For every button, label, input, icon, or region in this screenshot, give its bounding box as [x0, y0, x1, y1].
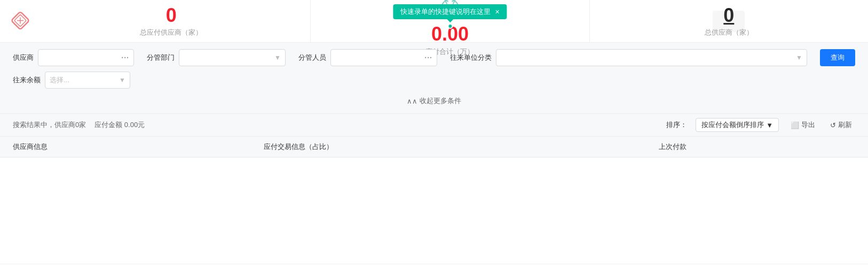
sort-option-label: 按应付会额倒序排序	[701, 120, 764, 130]
filter-item-department: 分管部门 ▼	[147, 49, 286, 66]
balance-dropdown-arrow: ▼	[119, 76, 125, 84]
svg-rect-9	[713, 11, 745, 32]
filter-row-2: 往来余额 选择... ▼	[13, 72, 855, 89]
tooltip-close-btn[interactable]: ×	[495, 8, 499, 15]
sort-dropdown-arrow: ▼	[766, 121, 773, 129]
export-icon: ⬜	[791, 121, 799, 129]
department-input-wrap[interactable]: ▼	[179, 49, 286, 66]
stat-block-payable-total: 快速录单的快捷键说明在这里 × 0.00 应付合计（万）	[311, 0, 589, 42]
table-container: 供应商信息 应付交易信息（占比） 上次付款	[0, 137, 868, 264]
collapse-up-icon: ∧∧	[407, 97, 417, 105]
tooltip-balloon: 快速录单的快捷键说明在这里 ×	[393, 4, 507, 19]
stat-block-total-vendors: 0 总供应商（家）	[590, 0, 868, 43]
export-button[interactable]: ⬜ 导出	[787, 119, 818, 131]
refresh-icon: ↺	[830, 121, 836, 129]
export-label: 导出	[801, 120, 815, 130]
sort-prefix: 排序：	[666, 120, 687, 130]
manager-input-wrap[interactable]: ···	[330, 49, 437, 66]
payable-vendors-label: 总应付供应商（家）	[140, 28, 202, 37]
filter-bar: 供应商 ··· 分管部门 ▼ 分管人员 ··· 往来单位分类 ▼	[0, 43, 868, 114]
manager-label: 分管人员	[298, 53, 326, 62]
filter-item-manager: 分管人员 ···	[298, 49, 437, 66]
table-header-row: 供应商信息 应付交易信息（占比） 上次付款	[0, 137, 868, 158]
ghost-bg-icon	[590, 0, 868, 43]
tooltip-dot	[447, 23, 453, 29]
sort-dropdown[interactable]: 按应付会额倒序排序 ▼	[696, 118, 779, 132]
tooltip-text: 快速录单的快捷键说明在这里	[400, 7, 491, 17]
supplier-input-wrap[interactable]: ···	[38, 49, 134, 66]
department-label: 分管部门	[147, 53, 175, 62]
filter-item-unit-class: 往来单位分类 ▼	[450, 49, 807, 66]
col-last-payment: 上次付款	[646, 137, 868, 158]
payable-vendors-number: 0	[166, 5, 177, 26]
department-dropdown-arrow: ▼	[274, 54, 281, 61]
unit-class-dropdown-arrow: ▼	[796, 54, 802, 61]
empty-row	[0, 158, 868, 264]
refresh-button[interactable]: ↺ 刷新	[827, 119, 855, 131]
col-supplier-info: 供应商信息	[0, 137, 251, 158]
refresh-label: 刷新	[838, 120, 852, 130]
balance-input-wrap[interactable]: 选择... ▼	[45, 72, 130, 89]
supplier-more-btn[interactable]: ···	[121, 53, 129, 62]
collapse-row: ∧∧ 收起更多条件	[13, 94, 855, 108]
supplier-label: 供应商	[13, 53, 34, 62]
collapse-label: 收起更多条件	[420, 96, 461, 106]
results-summary: 搜索结果中，供应商0家	[13, 120, 86, 130]
diamond-icon	[9, 9, 32, 34]
right-actions: 排序： 按应付会额倒序排序 ▼ ⬜ 导出 ↺ 刷新	[666, 118, 855, 132]
filter-item-balance: 往来余额 选择... ▼	[13, 72, 130, 89]
collapse-button[interactable]: ∧∧ 收起更多条件	[400, 94, 468, 108]
data-table: 供应商信息 应付交易信息（占比） 上次付款	[0, 137, 868, 264]
balance-label: 往来余额	[13, 75, 41, 85]
balance-placeholder: 选择...	[50, 75, 69, 85]
empty-cell	[0, 158, 868, 264]
manager-more-btn[interactable]: ···	[424, 53, 432, 62]
results-bar: 搜索结果中，供应商0家 应付金额 0.00元 排序： 按应付会额倒序排序 ▼ ⬜…	[0, 114, 868, 137]
results-amount: 应付金额 0.00元	[94, 120, 145, 130]
table-body	[0, 158, 868, 264]
query-button[interactable]: 查询	[820, 49, 855, 66]
filter-item-supplier: 供应商 ···	[13, 49, 134, 66]
unit-class-input-wrap[interactable]: ▼	[496, 49, 807, 66]
col-transaction-info: 应付交易信息（占比）	[251, 137, 646, 158]
stat-block-payable-vendors: 0 总应付供应商（家）	[0, 0, 311, 42]
stats-bar: 0 总应付供应商（家） 快速录单的快捷键说明在这里 × 0	[0, 0, 868, 43]
filter-row-1: 供应商 ··· 分管部门 ▼ 分管人员 ··· 往来单位分类 ▼	[13, 49, 855, 66]
